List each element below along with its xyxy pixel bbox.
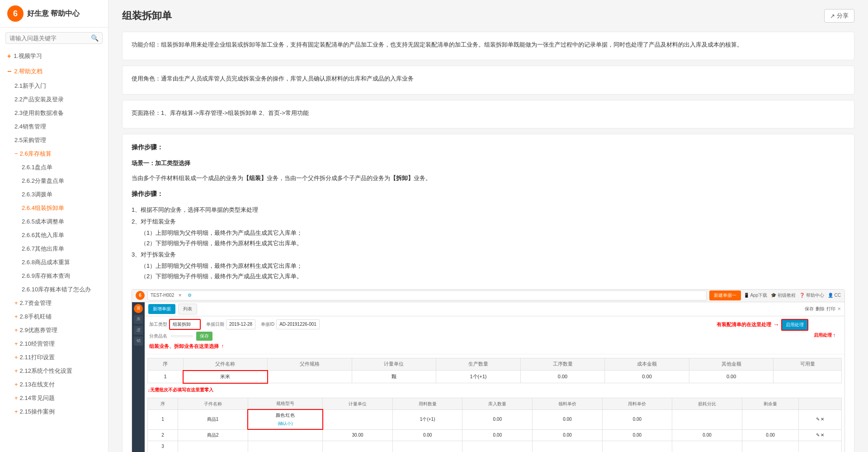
cell-unit: 颗 xyxy=(352,371,436,383)
sub-col-spec: 规格型号 xyxy=(248,398,323,410)
mock-field-date-input[interactable]: 2019-12-28 xyxy=(226,319,255,329)
sub-table-row: 2 商品2 30.00 0.00 0.00 0.00 0.00 0.00 xyxy=(148,429,842,441)
mock-close-icon[interactable]: ✕ xyxy=(837,305,841,313)
minus-icon-small: − xyxy=(14,150,18,157)
mock-tab-new[interactable]: 新增单据 xyxy=(148,304,175,314)
share-button[interactable]: ↗ 分享 xyxy=(824,9,854,23)
sidebar-item-install[interactable]: 2.2产品安装及登录 xyxy=(0,93,108,106)
sidebar-item-faq[interactable]: +2.14常见问题 xyxy=(0,391,108,405)
mock-mini-icon: 首 xyxy=(134,304,143,313)
sidebar-item-adjust[interactable]: 2.6.3调拨单 xyxy=(0,188,108,201)
sidebar-item-assembly[interactable]: 2.6.4组装拆卸单 xyxy=(0,201,108,215)
col-parent-spec: 父件规格 xyxy=(268,358,352,371)
mock-save-btn[interactable]: 保存 xyxy=(196,332,212,341)
mock-field-id-label: 单据ID xyxy=(261,320,274,328)
sidebar-item-new[interactable]: 2.1新手入门 xyxy=(0,79,108,93)
mock-mini-icon2: 库 xyxy=(134,315,143,324)
sub-cell-seq: 1 xyxy=(148,409,178,429)
sub-edit-icon2[interactable]: ✎ xyxy=(816,433,820,438)
sub-cell-loss xyxy=(672,409,742,429)
mock-main: 新增单据 列表 保存 删除 打印 ✕ xyxy=(145,302,844,452)
sidebar-item-label: 2.帮助文档 xyxy=(14,67,42,76)
sidebar-item-sales[interactable]: 2.4销售管理 xyxy=(0,120,108,133)
notice-type-text: 组装业务、拆卸业务在这里选择 xyxy=(149,343,219,349)
sub-cell-stock-qty: 0.00 xyxy=(462,429,533,441)
cell-parent-spec xyxy=(268,371,352,383)
sidebar-item-operation[interactable]: +2.10经营管理 xyxy=(0,337,108,351)
mock-assort-input[interactable] xyxy=(171,335,193,337)
sidebar-item-finance[interactable]: +2.7资金管理 xyxy=(0,296,108,310)
sidebar-item-other-in[interactable]: 2.6.6其他入库单 xyxy=(0,228,108,242)
sub-col-use-price: 用料单价 xyxy=(602,398,672,410)
mock-new-btn[interactable]: 新建单据一 xyxy=(709,290,741,300)
sub-table-row: 1 商品1 颜色:红色(确认小) 1个(+1) 0.00 0.00 0.00 xyxy=(148,409,842,429)
sidebar-item-coupon[interactable]: +2.9优惠券管理 xyxy=(0,324,108,337)
sidebar-item-other-out[interactable]: 2.6.7其他出库单 xyxy=(0,242,108,256)
mock-form-header: 加工类型 组装拆卸 单据日期 2019-12-28 单据ID AD-201912… xyxy=(145,316,844,355)
mock-field-date-label: 单据日期 xyxy=(206,320,224,328)
sub-delete-icon2[interactable]: ✕ xyxy=(821,433,824,438)
step3-1: （1）上部明细为父件明细，最终作为原材料生成其它出库单； xyxy=(132,261,845,271)
sidebar-item-mobile[interactable]: +2.8手机旺铺 xyxy=(0,310,108,324)
search-box[interactable]: 🔍 xyxy=(5,32,103,44)
scene1-title: 场景一：加工类型选择 xyxy=(132,157,845,169)
sidebar-item-cost[interactable]: 2.6.5成本调整单 xyxy=(0,215,108,228)
sub-cell-remain xyxy=(742,409,798,429)
nav-list: + 1.视频学习 − 2.帮助文档 2.1新手入门 2.2产品安装及登录 2.3… xyxy=(0,48,108,452)
mock-notice-batch: 启用处理 ↑ xyxy=(814,331,835,341)
sub-edit-icon[interactable]: ✎ xyxy=(816,417,820,422)
search-icon[interactable]: 🔍 xyxy=(91,34,99,42)
mock-table-parent: 序 父件名称 父件规格 计量单位 生产数量 工序数量 成本金额 其他金额 可用量 xyxy=(145,354,844,385)
sidebar-item-purchase[interactable]: 2.5采购管理 xyxy=(0,133,108,147)
sub-cell-unit: 30.00 xyxy=(323,429,393,441)
arrow-icon2: ↑ xyxy=(221,343,224,349)
sidebar-item-partial[interactable]: 2.6.2分量盘点单 xyxy=(0,174,108,188)
mock-form-subrow: 分类品名 保存 启用处理 ↑ xyxy=(149,332,840,341)
mock-tab-list[interactable]: 列表 xyxy=(178,304,197,314)
mock-mini-icon3: 进 xyxy=(134,326,143,335)
col-parent-name: 父件名称 xyxy=(183,358,268,371)
sidebar-item-stock-error[interactable]: 2.6.10库存账本错了怎么办 xyxy=(0,283,108,296)
sidebar-item-docs[interactable]: − 2.帮助文档 xyxy=(0,64,108,79)
notice-batch-text: 启用处理 xyxy=(814,331,832,339)
sidebar-item-system[interactable]: +2.12系统个性化设置 xyxy=(0,364,108,378)
ops-card: 操作步骤： 场景一：加工类型选择 当由多个子件材料组装成一个成品的业务为【组装】… xyxy=(122,134,854,452)
mock-field-id-input[interactable]: AD-20191226-001 xyxy=(276,319,320,329)
sidebar-item-prepare[interactable]: 2.3使用前数据准备 xyxy=(0,106,108,120)
sub-col-unit: 计量单位 xyxy=(323,398,393,410)
sub-cell-remain: 0.00 xyxy=(742,429,798,441)
notice-config-text: 有装配清单的在这里处理 xyxy=(717,320,771,329)
sub-delete-icon[interactable]: ✕ xyxy=(821,417,824,422)
sub-col-action xyxy=(799,398,842,410)
mock-field-type-input[interactable]: 组装拆卸 xyxy=(169,319,201,330)
sub-cell-unit xyxy=(323,409,393,429)
sidebar-item-cases[interactable]: +2.15操作案例 xyxy=(0,405,108,419)
mock-close-area: 保存 删除 打印 ✕ xyxy=(805,305,841,313)
path-text: 页面路径：1、库存核算->库存管理->组装拆卸单 2、首页->常用功能 xyxy=(132,108,845,118)
sub-cell-loss: 0.00 xyxy=(672,429,742,441)
step2-2: （2）下部明细为子件明细，最终作为原材料生成其它出库单。 xyxy=(132,238,845,248)
mock-btn-process[interactable]: 启用处理 xyxy=(781,319,808,331)
sidebar-item-stocktake[interactable]: 2.6.1盘点单 xyxy=(0,161,108,174)
notice-fill-text: 无需批次不必填写在这里置零入 xyxy=(150,386,213,394)
sidebar-item-payment[interactable]: +2.13在线支付 xyxy=(0,378,108,391)
path-card: 页面路径：1、库存核算->库存管理->组装拆卸单 2、首页->常用功能 xyxy=(122,100,854,128)
sub-col-remain: 剩余量 xyxy=(742,398,798,410)
col-prod-qty: 生产数量 xyxy=(436,358,521,371)
sidebar-item-video[interactable]: + 1.视频学习 xyxy=(0,48,108,64)
mock-table-sub: 序 子件名称 规格型号 计量单位 用料数量 库入数量 领料单价 用料单价 损耗分 xyxy=(145,398,844,452)
sidebar-item-cost-recalc[interactable]: 2.6.8商品成本重算 xyxy=(0,256,108,269)
col-seq: 序 xyxy=(148,358,184,371)
mock-logo: 6 xyxy=(136,291,145,300)
sub-cell-seq: 2 xyxy=(148,429,178,441)
mock-top-icons: 📱 App下载 🎓 初级教程 ❓ 帮助中心 👤 CC xyxy=(744,291,841,300)
share-label: 分享 xyxy=(837,12,849,20)
role-text: 使用角色：通常由生产人员或库管人员完成拆装业务的操作，库管人员确认原材料的出库和… xyxy=(132,73,845,84)
sidebar-item-print[interactable]: +2.11打印设置 xyxy=(0,351,108,364)
col-unit: 计量单位 xyxy=(352,358,436,371)
sub-cell-use-price: 0.00 xyxy=(602,409,672,429)
sidebar-item-inventory[interactable]: −2.6库存核算 xyxy=(0,147,108,161)
search-input[interactable] xyxy=(9,35,91,42)
sidebar-item-stock-query[interactable]: 2.6.9库存账本查询 xyxy=(0,269,108,283)
page-title: 组装拆卸单 xyxy=(122,9,172,23)
